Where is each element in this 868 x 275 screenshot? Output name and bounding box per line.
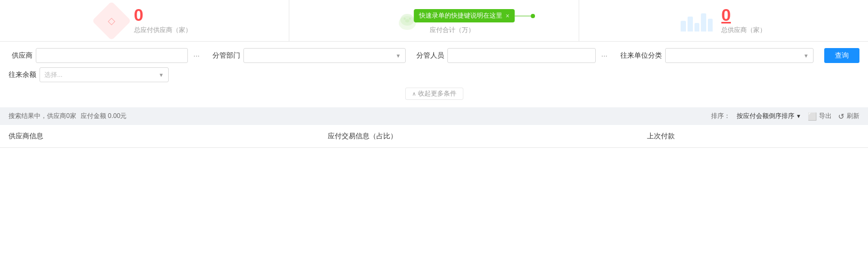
table-body (0, 148, 868, 275)
top-stats-panel: ◇ 0 总应付供应商（家） (0, 0, 868, 42)
search-bar: 搜索结果中，供应商0家 应付金额 0.00元 排序： 按应付会额倒序排序 ▼ ⬜… (0, 107, 868, 125)
manager-dots-btn[interactable]: ··· (599, 51, 610, 60)
department-input[interactable]: ▼ (243, 48, 406, 63)
tooltip-dot (531, 14, 535, 18)
export-icon: ⬜ (808, 112, 817, 121)
stat-payable-suppliers: ◇ 0 总应付供应商（家） (0, 0, 289, 41)
balance-placeholder: 选择... (44, 70, 62, 80)
balance-label: 往来余额 (9, 70, 36, 80)
refresh-button[interactable]: ↺ 刷新 (838, 112, 859, 121)
payable-total-label: 应付合计（万） (430, 26, 475, 35)
col-last-payment: 上次付款 (647, 131, 860, 141)
supplier-input[interactable] (36, 48, 188, 63)
collapse-button[interactable]: ∧ 收起更多条件 (405, 88, 463, 100)
filter-balance-group: 往来余额 选择... ▼ (9, 67, 169, 82)
filter-unit-category-group: 往来单位分类 ▼ (620, 48, 814, 63)
tooltip-close-btn[interactable]: × (506, 12, 509, 20)
table-header: 供应商信息 应付交易信息（占比） 上次付款 (0, 125, 868, 148)
collapse-label: 收起更多条件 (418, 89, 456, 98)
unit-category-input[interactable]: ▼ (665, 48, 814, 63)
search-result-info1: 搜索结果中，供应商0家 (9, 112, 76, 121)
search-info: 搜索结果中，供应商0家 应付金额 0.00元 (9, 112, 127, 121)
sort-button[interactable]: 按应付会额倒序排序 ▼ (737, 112, 801, 121)
svg-point-3 (409, 18, 411, 20)
sort-current-label: 按应付会额倒序排序 (737, 112, 794, 121)
tooltip-text: 快速录单的快捷键说明在这里 (419, 11, 502, 20)
filter-row-1: 供应商 ··· 分管部门 ▼ 分管人员 ··· 往来单位分类 (9, 48, 859, 63)
balance-chevron-icon: ▼ (159, 72, 164, 78)
manager-input[interactable] (447, 48, 596, 63)
payable-suppliers-number: 0 (134, 6, 192, 23)
shortcut-tooltip: 快速录单的快捷键说明在这里 × (414, 9, 515, 22)
department-label: 分管部门 (212, 51, 240, 60)
col-payable-transaction: 应付交易信息（占比） (328, 131, 647, 141)
filter-supplier-group: 供应商 ··· (9, 48, 202, 63)
filter-department-group: 分管部门 ▼ (212, 48, 406, 63)
department-chevron-icon: ▼ (396, 53, 401, 59)
table-container: 供应商信息 应付交易信息（占比） 上次付款 (0, 125, 868, 275)
col-supplier-info: 供应商信息 (9, 131, 328, 141)
manager-label: 分管人员 (416, 51, 444, 60)
total-suppliers-label: 总供应商（家） (721, 26, 766, 35)
payable-suppliers-label: 总应付供应商（家） (134, 26, 192, 35)
stat-total-suppliers: 0 总供应商（家） (579, 0, 868, 41)
sort-label: 排序： (711, 112, 730, 121)
diamond-icon: ◇ (98, 7, 125, 35)
filter-section: 供应商 ··· 分管部门 ▼ 分管人员 ··· 往来单位分类 (0, 42, 868, 107)
export-button[interactable]: ⬜ 导出 (808, 112, 832, 121)
unit-category-label: 往来单位分类 (620, 51, 662, 60)
total-suppliers-number: 0 (721, 6, 766, 23)
filter-row-2: 往来余额 选择... ▼ (9, 67, 859, 82)
svg-point-4 (405, 19, 409, 22)
stat-payable-total: 0.00 应付合计（万） 快速录单的快捷键说明在这里 × (289, 0, 579, 41)
collapse-bar: ∧ 收起更多条件 (9, 84, 859, 105)
filter-manager-group: 分管人员 ··· (416, 48, 610, 63)
sort-chevron-icon: ▼ (796, 113, 801, 119)
chevron-up-icon: ∧ (412, 91, 416, 97)
export-label: 导出 (819, 112, 832, 121)
chart-icon (681, 10, 713, 32)
supplier-label: 供应商 (9, 51, 33, 60)
search-result-info2: 应付金额 0.00元 (81, 112, 127, 121)
search-actions: 排序： 按应付会额倒序排序 ▼ ⬜ 导出 ↺ 刷新 (711, 112, 859, 121)
refresh-icon: ↺ (838, 112, 845, 121)
svg-point-2 (404, 18, 406, 20)
refresh-label: 刷新 (847, 112, 859, 121)
supplier-dots-btn[interactable]: ··· (191, 51, 202, 60)
query-button[interactable]: 查询 (824, 48, 859, 63)
unit-category-chevron-icon: ▼ (803, 53, 809, 59)
balance-input[interactable]: 选择... ▼ (40, 67, 169, 82)
